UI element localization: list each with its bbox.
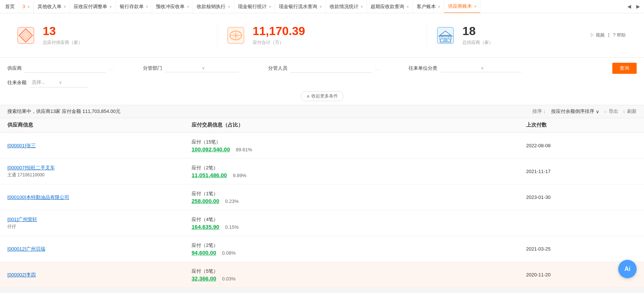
category-arrow: ∨ [481,66,519,70]
nav-close-overdue-query[interactable]: × [406,4,409,9]
payable-label-5: 应付（5笔） [192,268,526,275]
payable-row-0: 100,092,540.00 89.61% [192,146,526,152]
supplier-link-3[interactable]: [001]广州荣轩 [7,216,192,223]
supplier-link-1[interactable]: [000007]恒旺二手叉车 [7,165,192,171]
payable-row-3: 164,635.90 0.15% [192,224,526,230]
balance-placeholder: 选择... [32,79,59,86]
nav-next-arrow[interactable]: ▶ [634,0,643,13]
payable-percent-3: 0.15% [225,224,239,230]
payable-amount-4[interactable]: 94,600.00 [192,249,216,256]
payable-percent-2: 0.23% [225,199,239,204]
balance-label: 往来余额 [7,79,27,86]
payable-label-4: 应付（2笔） [192,242,526,249]
payable-row-1: 11,051,486.00 9.89% [192,172,526,178]
nav-item-3[interactable]: 3 × [19,0,34,13]
summary-card2-content: 11,170.39 应付合计（万） [253,25,305,45]
payable-label-1: 应付（2笔） [192,165,526,171]
nav-close-cash-bank-query[interactable]: × [319,4,322,9]
supplier-input[interactable] [25,64,106,73]
supplier-link-5[interactable]: [000002]李四 [7,272,192,278]
nav-item-collect-verify[interactable]: 收款核销执行 × [193,0,234,13]
svg-rect-12 [443,38,448,42]
department-select[interactable]: ∨ [165,64,239,72]
nav-close-3[interactable]: × [27,4,29,9]
nav-close-advance-collect[interactable]: × [187,4,189,9]
total-suppliers-value: 18 [462,25,493,38]
sort-select[interactable]: 按应付余额倒序排序 ∨ [551,108,599,115]
svg-rect-13 [440,36,442,39]
supplier-link-0[interactable]: [000001]张三 [7,142,192,149]
summary-section: 13 总应付供应商（家） 11,170.39 应付合计（万） [0,13,644,58]
last-payment-cell-0: 2022-08-08 [526,143,637,148]
nav-item-collect-stat[interactable]: 收款情况统计 × [326,0,367,13]
nav-bar: 首页 3 × 其他收入单 × 应收应付调整单 × 银行存款单 × 预收冲应收单 … [0,0,644,13]
sort-value: 按应付余额倒序排序 [551,108,594,115]
transaction-cell-4: 应付（2笔） 94,600.00 0.08% [192,242,526,256]
nav-item-supplier-account[interactable]: 供应商账本 × [444,0,480,13]
nav-close-collect-verify[interactable]: × [228,4,230,9]
total-amount-label: 应付合计（万） [253,39,305,46]
nav-item-overdue-query[interactable]: 超期应收款查询 × [367,0,413,13]
filter-balance: 往来余额 选择... ∨ [7,77,88,87]
filter-category: 往来单位分类 ∨ [409,64,521,72]
rice-icon [225,24,247,46]
nav-item-other-income[interactable]: 其他收入单 × [34,0,70,13]
results-summary: 搜索结果中，供应商13家 应付金额 111,703,854.00元 [7,108,120,115]
payable-label-2: 应付（1笔） [192,190,526,197]
nav-item-customer-account[interactable]: 客户账本 × [413,0,444,13]
payable-amount-2[interactable]: 258,000.00 [192,198,219,204]
help-icon: ? [613,32,616,38]
payable-percent-1: 9.89% [233,173,246,178]
payable-percent-5: 0.03% [222,276,236,282]
nav-item-advance-collect[interactable]: 预收冲应收单 × [152,0,193,13]
person-input[interactable] [290,64,371,73]
summary-card-total: 18 总供应商（家） ▷ 视频 | ? 帮助 [427,24,637,46]
person-label: 分管人员 [268,65,287,72]
collapse-button[interactable]: ∧ 收起更多条件 [301,91,343,101]
ai-button[interactable]: Ai [618,260,637,278]
last-payment-5: 2020-11-20 [526,272,551,278]
supplier-link-2[interactable]: [000100]本特勤油品有限公司 [7,194,192,201]
last-payment-cell-4: 2021-03-25 [526,246,637,252]
video-link[interactable]: ▷ 视频 [590,32,605,38]
transaction-cell-0: 应付（15笔） 100,092,540.00 89.61% [192,139,526,152]
nav-item-home[interactable]: 首页 [1,0,19,13]
total-suppliers-label: 总供应商（家） [462,39,493,46]
payable-row-5: 32,366.00 0.03% [192,275,526,282]
nav-item-bank-deposit[interactable]: 银行存款单 × [116,0,152,13]
last-payment-cell-1: 2021-11-17 [526,169,637,174]
summary-card-suppliers: 13 总应付供应商（家） [7,24,217,46]
payable-amount-3[interactable]: 164,635.90 [192,224,219,230]
help-link[interactable]: ? 帮助 [613,32,626,38]
payable-amount-5[interactable]: 32,366.00 [192,275,216,282]
sort-label: 排序： [532,108,547,115]
transaction-cell-3: 应付（4笔） 164,635.90 0.15% [192,216,526,230]
nav-item-payable-adjust[interactable]: 应收应付调整单 × [70,0,116,13]
nav-close-supplier-account[interactable]: × [474,4,476,8]
nav-close-other-income[interactable]: × [64,4,66,9]
last-payment-4: 2021-03-25 [526,246,551,252]
export-button[interactable]: ○ 导出 [604,108,618,115]
nav-close-cash-bank-stat[interactable]: × [269,4,271,9]
nav-close-payable-adjust[interactable]: × [109,4,112,9]
table-row: [000001]张三 应付（15笔） 100,092,540.00 89.61%… [0,133,644,159]
nav-item-cash-bank-query[interactable]: 现金银行流水查询 × [275,0,326,13]
nav-item-cash-bank-stat[interactable]: 现金银行统计 × [234,0,275,13]
supplier-cell-3: [001]广州荣轩 仔仔 [7,216,192,230]
nav-close-collect-stat[interactable]: × [361,4,363,9]
last-payment-2: 2023-01-30 [526,194,551,200]
nav-prev-arrow[interactable]: ◀ [625,0,634,13]
nav-close-bank-deposit[interactable]: × [146,4,148,9]
supplier-cell-0: [000001]张三 [7,142,192,149]
payable-amount-1[interactable]: 11,051,486.00 [192,172,227,178]
balance-select[interactable]: 选择... ∨ [29,77,88,87]
category-select[interactable]: ∨ [440,64,521,72]
results-bar: 搜索结果中，供应商13家 应付金额 111,703,854.00元 排序： 按应… [0,105,644,118]
supplier-cell-1: [000007]恒旺二手叉车 王通 17106110000 [7,165,192,178]
table-row: [000002]李四 应付（5笔） 32,366.00 0.03% 2020-1… [0,262,644,288]
supplier-link-4[interactable]: [000012]广州贝瑞 [7,246,192,252]
nav-close-customer-account[interactable]: × [438,4,440,9]
search-button[interactable]: 查询 [612,63,637,74]
payable-amount-0[interactable]: 100,092,540.00 [192,146,230,152]
refresh-button[interactable]: ○ 刷新 [623,108,637,115]
